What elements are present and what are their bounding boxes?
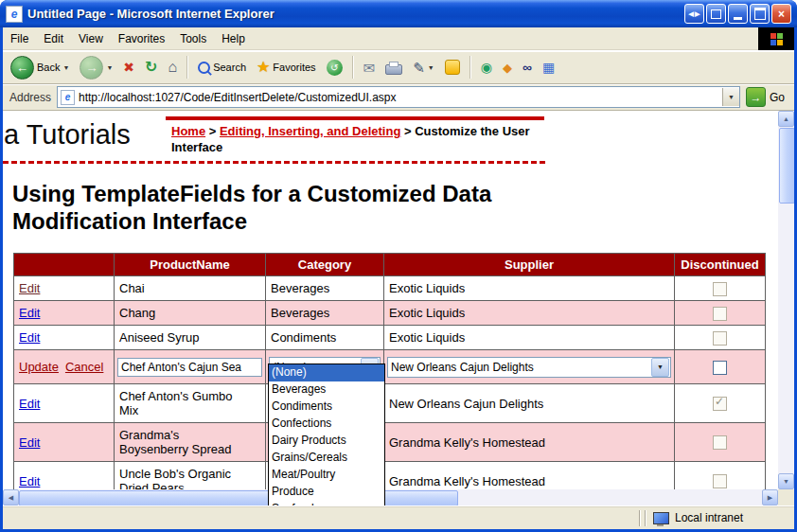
- edit-link[interactable]: Edit: [19, 474, 40, 488]
- breadcrumb-separator: >: [205, 124, 220, 138]
- favorites-button[interactable]: ★ Favorites: [254, 58, 319, 77]
- edit-link[interactable]: Edit: [19, 330, 40, 345]
- supplier-cell: Grandma Kelly's Homestead: [384, 423, 675, 462]
- cancel-link[interactable]: Cancel: [65, 360, 103, 374]
- dashed-rule: [3, 161, 545, 164]
- go-arrow-icon: →: [746, 87, 766, 107]
- actions-cell: Edit: [14, 384, 115, 423]
- category-option[interactable]: Confections: [269, 416, 384, 433]
- supplier-cell: Exotic Liquids: [384, 326, 675, 350]
- addon-diamond-icon: ◆: [503, 61, 512, 75]
- mail-icon: ✉: [363, 61, 376, 75]
- minimize-button[interactable]: [728, 4, 748, 24]
- menu-help[interactable]: Help: [214, 28, 253, 49]
- products-gridview: ProductName Category Supplier Discontinu…: [13, 253, 766, 489]
- discontinued-checkbox[interactable]: [713, 361, 727, 375]
- addon-button-3[interactable]: ∞: [520, 58, 535, 77]
- category-header: Category: [266, 254, 384, 276]
- horizontal-scroll-thumb[interactable]: [19, 490, 458, 505]
- scrollbar-corner: [778, 489, 794, 505]
- category-option[interactable]: Seafood: [269, 501, 384, 505]
- edit-button[interactable]: ✎ ▼: [410, 59, 437, 77]
- search-button[interactable]: Search: [195, 60, 249, 76]
- address-dropdown-button[interactable]: ▼: [722, 88, 739, 106]
- addon-button-4[interactable]: ▦: [540, 58, 558, 77]
- scroll-left-button[interactable]: ◀: [3, 489, 19, 505]
- address-input[interactable]: e http://localhost:1027/Code/EditInsertD…: [57, 86, 740, 108]
- ie-logo-icon: e: [6, 6, 23, 23]
- product-name-input[interactable]: [117, 358, 262, 377]
- actions-cell: Edit: [14, 301, 115, 326]
- titlebar-nav-button[interactable]: ◀▶: [684, 4, 704, 24]
- actions-cell: UpdateCancel: [14, 350, 115, 384]
- edit-link[interactable]: Edit: [19, 281, 40, 295]
- gridview-header-row: ProductName Category Supplier Discontinu…: [14, 254, 766, 276]
- product-cell: Grandma's Boysenberry Spread: [115, 423, 266, 462]
- category-cell: Beverages: [266, 301, 384, 326]
- addon-button-2[interactable]: ◆: [500, 59, 515, 77]
- chevron-down-icon[interactable]: ▼: [651, 358, 669, 377]
- product-cell: [115, 350, 266, 384]
- menu-tools[interactable]: Tools: [172, 28, 214, 49]
- menu-view[interactable]: View: [71, 28, 111, 49]
- discontinued-cell: [675, 276, 766, 301]
- print-icon: [385, 64, 402, 75]
- discontinued-checkbox: [713, 307, 727, 321]
- scroll-up-button[interactable]: ▲: [778, 111, 794, 127]
- supplier-dropdown[interactable]: New Orleans Cajun Delights ▼: [387, 357, 671, 378]
- go-label: Go: [770, 91, 785, 104]
- edit-link[interactable]: Edit: [19, 435, 40, 450]
- toolbar-separator: [352, 56, 354, 79]
- actions-cell: Edit: [14, 326, 115, 350]
- maximize-button[interactable]: [750, 4, 770, 24]
- maximize-icon: [754, 8, 766, 20]
- supplier-cell: Exotic Liquids: [384, 276, 675, 301]
- addon-button-1[interactable]: ◉: [478, 58, 495, 77]
- back-button[interactable]: ← Back ▼: [8, 54, 72, 81]
- titlebar-extra-button[interactable]: [706, 4, 726, 24]
- address-url: http://localhost:1027/Code/EditInsertDel…: [79, 91, 718, 104]
- browser-chrome: File Edit View Favorites Tools Help ← Ba…: [3, 27, 794, 529]
- title-bar[interactable]: e Untitled Page - Microsoft Internet Exp…: [0, 0, 797, 27]
- back-icon: ←: [10, 56, 34, 80]
- menu-favorites[interactable]: Favorites: [111, 28, 172, 49]
- category-option[interactable]: (None): [269, 364, 384, 381]
- refresh-button[interactable]: ↻: [142, 58, 160, 77]
- discontinued-cell: [675, 326, 766, 350]
- home-button[interactable]: ⌂: [165, 58, 180, 77]
- vertical-scroll-thumb[interactable]: [779, 128, 794, 204]
- edit-link[interactable]: Edit: [19, 397, 40, 411]
- breadcrumb-home-link[interactable]: Home: [171, 124, 205, 138]
- category-option[interactable]: Dairy Products: [269, 433, 384, 450]
- history-button[interactable]: ↺: [324, 58, 345, 78]
- stop-button[interactable]: ✖: [120, 59, 137, 76]
- scroll-right-button[interactable]: ▶: [762, 489, 778, 505]
- category-option[interactable]: Condiments: [269, 399, 384, 416]
- update-link[interactable]: Update: [19, 360, 59, 374]
- header-rule: [166, 116, 544, 120]
- go-button[interactable]: → Go: [746, 87, 790, 107]
- category-option[interactable]: Beverages: [269, 381, 384, 399]
- close-button[interactable]: ×: [771, 4, 791, 24]
- category-option[interactable]: Produce: [269, 484, 384, 501]
- mail-button[interactable]: ✉: [361, 59, 379, 77]
- menu-file[interactable]: File: [3, 28, 36, 49]
- breadcrumb-section-link[interactable]: Editing, Inserting, and Deleting: [220, 124, 400, 138]
- messenger-button[interactable]: [442, 58, 463, 77]
- favorites-label: Favorites: [273, 62, 315, 73]
- horizontal-scrollbar[interactable]: ◀ ▶: [3, 489, 778, 505]
- product-cell: Chai: [115, 276, 266, 301]
- site-title: a Tutorials: [4, 119, 131, 151]
- category-option[interactable]: Meat/Poultry: [269, 467, 384, 484]
- edit-link[interactable]: Edit: [19, 306, 40, 320]
- scroll-down-button[interactable]: ▼: [778, 473, 794, 489]
- vertical-scrollbar[interactable]: ▲ ▼: [778, 111, 794, 489]
- browser-window: e Untitled Page - Microsoft Internet Exp…: [0, 0, 797, 532]
- category-option[interactable]: Grains/Cereals: [269, 450, 384, 467]
- supplier-cell: Exotic Liquids: [384, 301, 675, 326]
- favorites-star-icon: ★: [257, 60, 270, 75]
- forward-button[interactable]: → ▼: [77, 54, 115, 81]
- print-button[interactable]: [382, 58, 405, 77]
- menu-edit[interactable]: Edit: [36, 28, 71, 49]
- supplier-cell: Grandma Kelly's Homestead: [384, 462, 675, 490]
